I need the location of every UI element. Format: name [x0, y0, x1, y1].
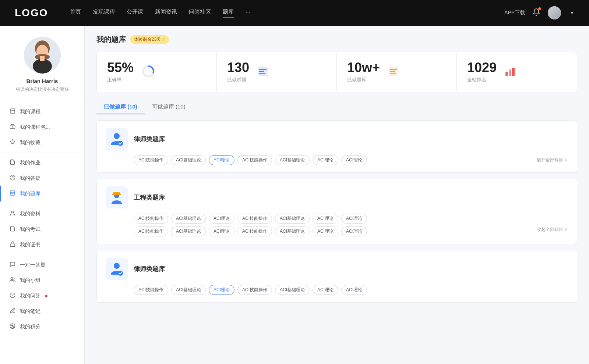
stat-rank: 1029 全站排名	[457, 52, 577, 92]
tag-2-r2-2[interactable]: ACI理论	[209, 226, 234, 236]
stat-accuracy-content: 55% 正确率	[107, 61, 134, 83]
nav-news[interactable]: 新闻资讯	[155, 8, 177, 18]
nav-questionbank[interactable]: 题库	[223, 8, 234, 18]
trial-badge: 体验剩余23天！	[130, 35, 169, 44]
qbank-expand-1[interactable]: 展开全部科目 ∨	[537, 157, 568, 163]
main-content: 我的题库 体验剩余23天！ 55% 正确率 130	[85, 26, 589, 364]
svg-rect-25	[259, 71, 264, 72]
tag-2-3[interactable]: ACI技能操作	[237, 214, 272, 224]
tag-2-4[interactable]: ACI基础理论	[275, 214, 310, 224]
tag-3-3[interactable]: ACI技能操作	[237, 285, 272, 295]
tag-2-5[interactable]: ACI理论	[313, 214, 338, 224]
stat-done-banks-label: 已做题库	[347, 76, 380, 83]
tag-2-r2-4[interactable]: ACI基础理论	[275, 226, 310, 236]
tag-2-r2-1[interactable]: ACI基础理论	[171, 226, 206, 236]
favorites-icon	[9, 139, 16, 146]
stat-rank-label: 全站排名	[467, 76, 497, 83]
tag-1-0[interactable]: ACI技能操作	[134, 155, 168, 165]
tag-3-4[interactable]: ACI基础理论	[275, 285, 310, 295]
menu-group[interactable]: 我的小组	[0, 273, 84, 288]
user-menu-chevron[interactable]: ▼	[570, 10, 574, 15]
menu-my-qa[interactable]: 我的问答	[0, 288, 84, 304]
svg-rect-24	[259, 69, 267, 70]
user-avatar-nav[interactable]	[548, 6, 561, 19]
menu-profile[interactable]: 我的资料	[0, 206, 84, 222]
tag-1-5[interactable]: ACI理论	[313, 155, 338, 165]
svg-point-39	[114, 263, 120, 269]
tag-2-6[interactable]: ACI理论	[341, 214, 367, 224]
menu-exam[interactable]: 我的考试	[0, 222, 84, 237]
course-package-icon	[9, 124, 16, 131]
divider-3	[0, 255, 84, 255]
menu-group-label: 我的小组	[20, 277, 40, 284]
tabs: 已做题库 (10) 可做题库 (10)	[96, 100, 577, 114]
rank-icon	[505, 66, 516, 78]
svg-rect-33	[512, 68, 515, 76]
tag-3-1[interactable]: ACI基础理论	[171, 285, 206, 295]
nav-discover[interactable]: 发现课程	[93, 8, 115, 18]
stats-row: 55% 正确率 130 已做试题	[96, 52, 577, 92]
stat-accuracy-label: 正确率	[107, 76, 134, 83]
menu-certificate-label: 我的证书	[20, 242, 40, 248]
stat-done-banks-content: 10w+ 已做题库	[347, 61, 380, 83]
notification-bell[interactable]	[532, 8, 540, 18]
tag-1-1[interactable]: ACI基础理论	[171, 155, 206, 165]
menu-homework[interactable]: 我的作业	[0, 155, 84, 171]
svg-point-16	[11, 211, 13, 213]
tag-2-r2-3[interactable]: ACI技能操作	[237, 226, 272, 236]
tag-2-2[interactable]: ACI理论	[209, 214, 234, 224]
stat-done-banks-value: 10w+	[347, 61, 380, 74]
app-download-button[interactable]: APP下载	[504, 10, 525, 16]
menu-points[interactable]: 我的积分	[0, 319, 84, 335]
qa-icon	[9, 175, 16, 182]
menu-tutor-label: 一对一答疑	[20, 262, 46, 268]
nav-more[interactable]: ···	[246, 8, 250, 18]
qbank-collapse-2[interactable]: 收起全部科目 ∧	[537, 226, 568, 236]
qbank-tags-3: ACI技能操作 ACI基础理论 ACI理论 ACI技能操作 ACI基础理论 AC…	[134, 285, 568, 295]
tag-3-2[interactable]: ACI理论	[209, 285, 234, 295]
tag-1-2[interactable]: ACI理论	[209, 155, 234, 165]
certificate-icon	[9, 241, 16, 249]
menu-exam-label: 我的考试	[20, 226, 40, 233]
menu-qa[interactable]: 我的答疑	[0, 171, 84, 186]
qbank-tags-1: ACI技能操作 ACI基础理论 ACI理论 ACI技能操作 ACI基础理论 AC…	[134, 155, 568, 165]
tag-1-6[interactable]: ACI理论	[341, 155, 367, 165]
tag-3-6[interactable]: ACI理论	[341, 285, 367, 295]
svg-marker-10	[10, 139, 15, 144]
divider-2	[0, 204, 84, 204]
divider-1	[0, 153, 84, 153]
tag-3-5[interactable]: ACI理论	[313, 285, 338, 295]
qbank-header-3: 律师类题库	[106, 258, 568, 280]
tag-3-0[interactable]: ACI技能操作	[134, 285, 168, 295]
menu-notes[interactable]: 我的笔记	[0, 304, 84, 319]
sidebar-menu: 我的课程 我的课程包... 我的收藏 我的作业	[0, 100, 84, 338]
menu-my-courses[interactable]: 我的课程	[0, 104, 84, 119]
tab-available[interactable]: 可做题库 (10)	[145, 100, 193, 114]
menu-homework-label: 我的作业	[20, 160, 40, 166]
nav-open-course[interactable]: 公开课	[127, 8, 143, 18]
tag-2-r2-5[interactable]: ACI理论	[313, 226, 338, 236]
tag-2-r2-6[interactable]: ACI理论	[341, 226, 367, 236]
menu-course-package[interactable]: 我的课程包...	[0, 119, 84, 135]
tag-2-0[interactable]: ACI技能操作	[134, 214, 168, 224]
qbank-card-lawyer-1: 律师类题库 ACI技能操作 ACI基础理论 ACI理论 ACI技能操作 ACI基…	[96, 120, 577, 173]
menu-questionbank[interactable]: 我的题库	[0, 186, 84, 201]
stat-done-questions-value: 130	[227, 61, 249, 74]
stat-rank-value: 1029	[467, 61, 497, 74]
tag-2-r2-0[interactable]: ACI技能操作	[134, 226, 168, 236]
questions-icon	[257, 66, 268, 78]
tag-1-3[interactable]: ACI技能操作	[237, 155, 272, 165]
logo[interactable]: LOGO	[15, 7, 48, 19]
tag-2-1[interactable]: ACI基础理论	[171, 214, 206, 224]
menu-certificate[interactable]: 我的证书	[0, 237, 84, 253]
tab-done[interactable]: 已做题库 (10)	[96, 100, 145, 114]
nav-home[interactable]: 首页	[70, 8, 81, 18]
tag-1-4[interactable]: ACI基础理论	[275, 155, 310, 165]
svg-rect-30	[390, 73, 396, 74]
menu-points-label: 我的积分	[20, 324, 40, 330]
menu-favorites[interactable]: 我的收藏	[0, 135, 84, 150]
menu-tutor[interactable]: 一对一答疑	[0, 257, 84, 273]
qbank-title-2: 工程类题库	[134, 193, 165, 202]
nav-qa[interactable]: 问答社区	[189, 8, 211, 18]
svg-rect-13	[10, 191, 15, 195]
